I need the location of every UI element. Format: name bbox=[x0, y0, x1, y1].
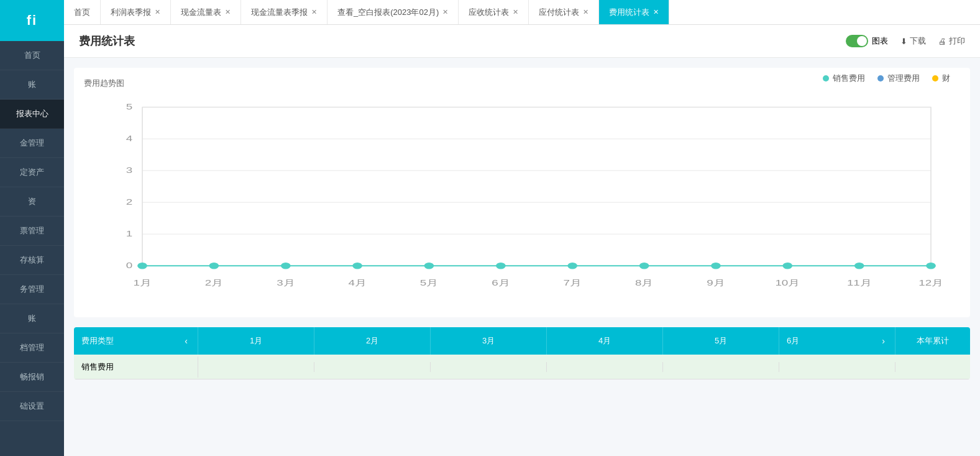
td-type: 销售费用 bbox=[74, 356, 198, 378]
tab-profit-quarterly[interactable]: 利润表季报 ✕ bbox=[101, 0, 171, 25]
th-month-4: 4月 bbox=[547, 327, 663, 355]
sidebar-item-fixed-assets[interactable]: 定资产 bbox=[0, 158, 64, 187]
page-header: 费用统计表 图表 ⬇ 下载 🖨 打印 bbox=[64, 25, 980, 58]
sidebar-item-report-center[interactable]: 报表中心 bbox=[0, 100, 64, 129]
sidebar-logo: fi bbox=[0, 0, 64, 41]
sidebar-item-clearance[interactable]: 畅报销 bbox=[0, 363, 64, 392]
chart-toggle-label: 图表 bbox=[872, 35, 888, 47]
table-row: 销售费用 bbox=[74, 355, 970, 379]
tab-cashflow[interactable]: 现金流量表 ✕ bbox=[171, 0, 241, 25]
legend-finance: 财 bbox=[932, 73, 950, 84]
close-expense-stat[interactable]: ✕ bbox=[653, 8, 659, 16]
svg-text:3: 3 bbox=[126, 166, 133, 175]
svg-text:11月: 11月 bbox=[847, 278, 872, 287]
svg-text:5: 5 bbox=[126, 103, 133, 111]
data-point-7 bbox=[567, 263, 577, 269]
tab-blank-report[interactable]: 查看_空白报表(2023年02月) ✕ bbox=[327, 0, 459, 25]
table-header: 费用类型 ‹ 1月 2月 3月 4月 5月 6月 › 本年累计 bbox=[74, 327, 970, 355]
download-button[interactable]: ⬇ 下载 bbox=[900, 35, 926, 47]
svg-text:5月: 5月 bbox=[420, 278, 438, 287]
svg-text:4月: 4月 bbox=[348, 278, 366, 287]
sidebar-item-base-settings[interactable]: 础设置 bbox=[0, 392, 64, 421]
nav-prev-arrow[interactable]: ‹ bbox=[182, 336, 190, 346]
download-icon: ⬇ bbox=[900, 37, 907, 46]
svg-text:8月: 8月 bbox=[635, 278, 653, 287]
th-month-1: 1月 bbox=[198, 327, 314, 355]
close-payable-stat[interactable]: ✕ bbox=[583, 8, 588, 16]
th-month-3: 3月 bbox=[431, 327, 547, 355]
chart-toggle[interactable] bbox=[846, 35, 868, 47]
tab-cashflow-quarterly[interactable]: 现金流量表季报 ✕ bbox=[241, 0, 327, 25]
sidebar-item-bill-mgmt[interactable]: 票管理 bbox=[0, 216, 64, 246]
line-chart: 5 4 3 2 1 0 bbox=[84, 94, 960, 305]
close-cashflow-quarterly[interactable]: ✕ bbox=[311, 8, 317, 16]
svg-text:3月: 3月 bbox=[277, 278, 295, 287]
data-point-3 bbox=[281, 263, 291, 269]
close-cashflow[interactable]: ✕ bbox=[225, 8, 231, 16]
svg-text:0: 0 bbox=[126, 261, 133, 270]
page-content: 费用统计表 图表 ⬇ 下载 🖨 打印 费用趋势图 bbox=[64, 25, 980, 456]
print-icon: 🖨 bbox=[938, 37, 946, 46]
svg-text:2: 2 bbox=[126, 198, 133, 207]
data-point-6 bbox=[496, 263, 506, 269]
sidebar: fi 首页 账 报表中心 金管理 定资产 资 票管理 存核算 务管理 账 档管理… bbox=[0, 0, 64, 456]
chart-legend: 销售费用 管理费用 财 bbox=[823, 73, 950, 84]
svg-rect-12 bbox=[142, 107, 931, 266]
td-cumulative bbox=[895, 362, 970, 372]
tab-receivable[interactable]: 应收统计表 ✕ bbox=[459, 0, 529, 25]
legend-label-sales: 销售费用 bbox=[833, 73, 865, 84]
nav-next-arrow[interactable]: › bbox=[879, 336, 887, 346]
td-val-6 bbox=[779, 362, 895, 372]
close-receivable[interactable]: ✕ bbox=[513, 8, 518, 16]
sidebar-item-archive-mgmt[interactable]: 档管理 bbox=[0, 333, 64, 363]
chart-toggle-group: 图表 bbox=[846, 35, 888, 47]
data-point-12 bbox=[926, 263, 936, 269]
legend-admin: 管理费用 bbox=[877, 73, 920, 84]
svg-text:4: 4 bbox=[126, 134, 133, 143]
data-point-1 bbox=[137, 263, 147, 269]
svg-text:2月: 2月 bbox=[205, 278, 223, 287]
tab-expense-stat[interactable]: 费用统计表 ✕ bbox=[599, 0, 669, 25]
svg-text:10月: 10月 bbox=[775, 278, 800, 287]
chart-section: 费用趋势图 销售费用 管理费用 财 5 bbox=[74, 68, 970, 317]
legend-label-admin: 管理费用 bbox=[887, 73, 920, 84]
legend-label-finance: 财 bbox=[942, 73, 950, 84]
close-blank-report[interactable]: ✕ bbox=[442, 8, 448, 16]
tab-home[interactable]: 首页 bbox=[64, 0, 101, 25]
data-point-9 bbox=[711, 263, 721, 269]
svg-text:9月: 9月 bbox=[707, 278, 725, 287]
close-profit-quarterly[interactable]: ✕ bbox=[155, 8, 160, 16]
sidebar-item-inventory[interactable]: 存核算 bbox=[0, 246, 64, 275]
sidebar-item-home[interactable]: 首页 bbox=[0, 41, 64, 70]
data-point-11 bbox=[854, 263, 864, 269]
data-point-8 bbox=[639, 263, 649, 269]
svg-text:6月: 6月 bbox=[492, 278, 510, 287]
tab-bar: 首页 利润表季报 ✕ 现金流量表 ✕ 现金流量表季报 ✕ 查看_空白报表(202… bbox=[64, 0, 980, 25]
page-title: 费用统计表 bbox=[79, 34, 135, 49]
data-point-10 bbox=[782, 263, 792, 269]
th-month-6: 6月 › bbox=[779, 327, 895, 355]
td-val-3 bbox=[431, 362, 547, 372]
th-cumulative: 本年累计 bbox=[895, 327, 970, 355]
tab-payable-stat[interactable]: 应付统计表 ✕ bbox=[529, 0, 599, 25]
svg-text:12月: 12月 bbox=[918, 278, 943, 287]
td-val-2 bbox=[314, 362, 431, 372]
svg-text:1: 1 bbox=[126, 230, 133, 238]
th-month-5: 5月 bbox=[663, 327, 779, 355]
print-button[interactable]: 🖨 打印 bbox=[938, 35, 965, 47]
th-type-label: 费用类型 bbox=[81, 335, 114, 347]
sidebar-item-service-mgmt[interactable]: 务管理 bbox=[0, 275, 64, 304]
td-val-4 bbox=[547, 362, 663, 372]
data-point-4 bbox=[352, 263, 362, 269]
sidebar-item-payable[interactable]: 账 bbox=[0, 304, 64, 333]
data-point-5 bbox=[424, 263, 434, 269]
sidebar-item-investment[interactable]: 资 bbox=[0, 187, 64, 216]
legend-dot-finance bbox=[932, 75, 938, 81]
th-type: 费用类型 ‹ bbox=[74, 327, 198, 355]
sidebar-item-ledger[interactable]: 账 bbox=[0, 70, 64, 100]
sidebar-item-fund-mgmt[interactable]: 金管理 bbox=[0, 129, 64, 158]
legend-dot-admin bbox=[877, 75, 884, 81]
td-val-1 bbox=[198, 362, 314, 372]
th-month-2: 2月 bbox=[314, 327, 431, 355]
legend-dot-sales bbox=[823, 75, 829, 81]
